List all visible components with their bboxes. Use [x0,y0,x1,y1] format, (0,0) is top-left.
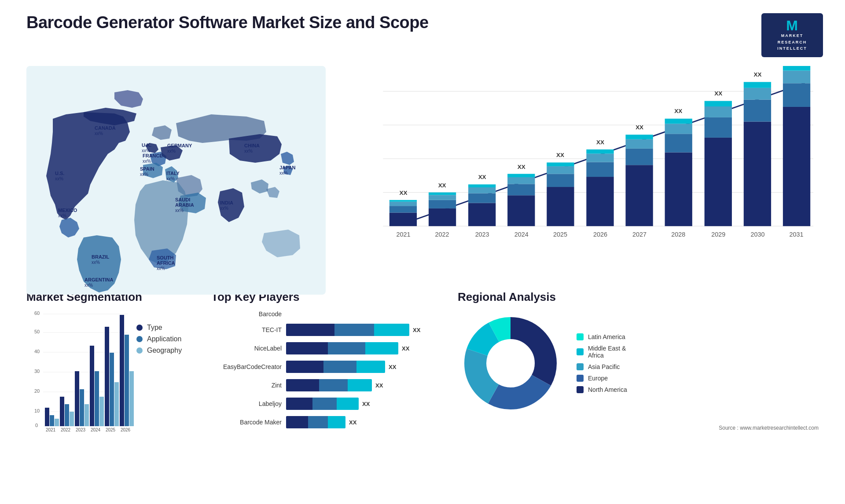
svg-rect-140 [120,315,124,426]
player-bar-labeljoy: XX [286,398,440,410]
legend-app-label: Application [147,335,181,343]
svg-text:2027: 2027 [632,231,647,238]
svg-rect-89 [705,117,732,138]
svg-rect-49 [429,193,456,195]
svg-rect-130 [84,404,89,426]
svg-text:xx%: xx% [140,172,148,177]
reg-dot-north-america [577,386,584,393]
svg-text:ARABIA: ARABIA [175,202,194,208]
svg-rect-43 [389,200,417,202]
svg-text:SOUTH: SOUTH [157,255,174,260]
legend-application: Application [136,335,194,343]
svg-text:2023: 2023 [76,427,86,432]
svg-text:2021: 2021 [46,427,56,432]
map-svg: CANADA xx% U.S. xx% MEXICO xx% BRAZIL xx… [26,66,326,295]
svg-text:XX: XX [518,164,525,170]
reg-label-middle-east: Middle East &Africa [588,345,626,359]
player-row-tecit: TEC-IT XX [211,324,440,336]
player-name-tecit: TEC-IT [211,326,282,333]
svg-rect-85 [665,119,692,124]
regional-section: Regional Analysis [458,290,823,435]
reg-dot-europe [577,375,584,382]
svg-rect-138 [114,382,119,426]
svg-rect-54 [468,187,496,193]
svg-text:CANADA: CANADA [95,125,116,131]
reg-legend-latin-america: Latin America [577,333,627,340]
svg-text:SPAIN: SPAIN [140,166,154,172]
svg-text:40: 40 [34,349,40,354]
svg-rect-122 [55,419,59,426]
svg-text:xx%: xx% [92,260,100,265]
legend-geo-label: Geography [147,347,182,354]
svg-text:GERMANY: GERMANY [167,143,192,148]
svg-rect-134 [99,397,104,426]
svg-text:ITALY: ITALY [166,171,180,176]
svg-text:2028: 2028 [671,231,685,238]
svg-text:2026: 2026 [121,427,131,432]
player-bar-nicelabel: XX [286,342,440,354]
svg-text:JAPAN: JAPAN [279,165,296,170]
svg-text:xx%: xx% [143,159,151,164]
world-map: CANADA xx% U.S. xx% MEXICO xx% BRAZIL xx… [26,66,326,268]
svg-rect-72 [586,153,614,162]
svg-rect-77 [625,149,653,165]
main-content: CANADA xx% U.S. xx% MEXICO xx% BRAZIL xx… [0,66,845,443]
svg-rect-82 [665,152,692,226]
svg-rect-102 [783,71,810,84]
svg-text:SAUDI: SAUDI [175,197,190,202]
legend-type: Type [136,324,194,332]
svg-text:2022: 2022 [435,231,449,238]
reg-dot-latin-america [577,333,584,340]
logo-text: MARKETRESEARCHINTELLECT [777,33,807,51]
reg-label-latin-america: Latin America [588,333,625,340]
player-name-easybarcode: EasyBarCodeCreator [211,363,282,370]
svg-rect-103 [783,66,810,71]
page-title: Barcode Generator Software Market Size a… [26,13,429,32]
svg-text:XX: XX [714,90,722,97]
top-section: CANADA xx% U.S. xx% MEXICO xx% BRAZIL xx… [26,66,823,268]
logo-letter: M [786,18,798,33]
reg-label-asia-pacific: Asia Pacific [588,363,620,370]
player-bar-easybarcode: XX [286,361,440,373]
svg-text:2023: 2023 [475,231,489,238]
svg-rect-66 [547,166,574,174]
regional-legend: Latin America Middle East &Africa Asia P… [577,333,627,393]
svg-point-149 [487,340,534,387]
svg-text:XX: XX [478,174,486,180]
bottom-section: Market Segmentation 60 50 40 30 20 10 0 [26,290,823,435]
svg-text:xx%: xx% [84,283,93,288]
svg-text:xx%: xx% [220,206,228,211]
svg-text:2030: 2030 [750,231,764,238]
reg-dot-middle-east [577,348,584,355]
svg-rect-133 [95,371,99,426]
svg-text:2026: 2026 [593,231,607,238]
svg-text:U.S.: U.S. [55,171,64,176]
svg-rect-41 [389,206,417,212]
player-name-barcodemaker: Barcode Maker [211,419,282,426]
svg-text:2021: 2021 [396,231,410,238]
svg-rect-101 [783,83,810,107]
svg-rect-142 [129,371,134,426]
svg-text:xx%: xx% [55,176,63,181]
svg-rect-91 [705,101,732,106]
legend-type-dot [136,325,143,331]
svg-rect-136 [105,327,109,426]
svg-rect-78 [625,139,653,149]
players-bars: Barcode TEC-IT XX [211,310,440,428]
growth-bar-chart: XX 2021 XX 2022 XX 2023 [343,66,823,268]
svg-rect-95 [744,100,771,122]
svg-rect-46 [429,208,456,226]
svg-text:U.K.: U.K. [142,142,151,148]
svg-text:XX: XX [636,124,643,131]
legend-type-label: Type [147,324,162,332]
svg-rect-76 [625,165,653,226]
legend-app-dot [136,336,143,342]
svg-text:xx%: xx% [95,131,103,136]
svg-rect-59 [507,184,535,195]
svg-text:xx%: xx% [142,148,150,153]
svg-text:CHINA: CHINA [244,143,260,148]
reg-legend-asia-pacific: Asia Pacific [577,363,627,370]
player-name-nicelabel: NiceLabel [211,345,282,352]
svg-text:XX: XX [399,190,407,196]
segmentation-chart: 60 50 40 30 20 10 0 [26,310,194,434]
